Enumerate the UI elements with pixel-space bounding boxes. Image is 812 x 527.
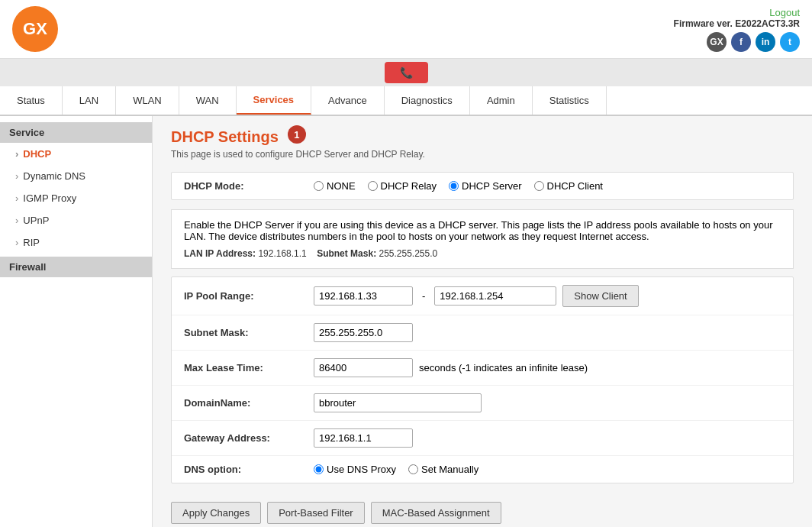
subnet-mask-input[interactable] (314, 323, 413, 342)
sidebar: Service DHCP Dynamic DNS IGMP Proxy UPnP… (0, 116, 153, 527)
ip-pool-end-input[interactable] (434, 286, 556, 306)
dhcp-mode-card: DHCP Mode: NONE DHCP Relay DHCP Server (171, 172, 794, 200)
dns-option-value: Use DNS Proxy Set Manually (314, 464, 478, 475)
port-based-filter-button[interactable]: Port-Based Filter (267, 502, 365, 524)
call-bar: 📞 (0, 59, 812, 86)
tab-wlan[interactable]: WLAN (116, 86, 179, 115)
logout-link[interactable]: Logout (769, 7, 800, 18)
sidebar-service-group: Service (0, 122, 152, 143)
page-title: DHCP Settings (171, 128, 279, 146)
linkedin-icon[interactable]: in (756, 32, 775, 52)
dhcp-fields-card: IP Pool Range: - Show Client Subnet Mask… (171, 276, 794, 483)
ip-pool-start-input[interactable] (314, 286, 413, 306)
range-dash: - (419, 290, 428, 302)
content-area: DHCP Settings 1 This page is used to con… (153, 116, 812, 527)
dhcp-mode-options: NONE DHCP Relay DHCP Server DHCP Client (314, 180, 603, 192)
max-lease-time-input[interactable] (314, 358, 413, 377)
max-lease-time-label: Max Lease Time: (184, 362, 314, 373)
radio-none-input[interactable] (314, 181, 324, 191)
subnet-mask-value (314, 323, 413, 342)
sidebar-item-upnp[interactable]: UPnP (0, 209, 152, 231)
mac-based-assignment-button[interactable]: MAC-Based Assignment (371, 502, 501, 524)
firmware-version: Firmware ver. E2022ACT3.3R (674, 18, 800, 29)
radio-use-dns-proxy[interactable]: Use DNS Proxy (314, 464, 396, 475)
nav-tabs: Status LAN WLAN WAN Services Advance Dia… (0, 86, 812, 116)
gateway-address-input[interactable] (314, 428, 413, 448)
apply-changes-button[interactable]: Apply Changes (171, 502, 261, 524)
dns-option-label: DNS option: (184, 464, 314, 475)
radio-server-input[interactable] (449, 181, 459, 191)
social-icons: GX f in t (674, 32, 800, 52)
radio-client-input[interactable] (534, 181, 544, 191)
gateway-address-value (314, 428, 413, 448)
dns-option-row: DNS option: Use DNS Proxy Set Manually (172, 456, 793, 483)
call-button[interactable]: 📞 (385, 62, 428, 83)
info-text: Enable the DHCP Server if you are using … (184, 219, 781, 242)
radio-dns-manual-input[interactable] (408, 464, 418, 474)
twitter-icon[interactable]: t (780, 32, 800, 52)
radio-client[interactable]: DHCP Client (534, 180, 603, 192)
lan-ip-value: 192.168.1.1 (258, 248, 306, 259)
radio-set-manually[interactable]: Set Manually (408, 464, 478, 475)
tab-lan[interactable]: LAN (63, 86, 116, 115)
lan-info: LAN IP Address: 192.168.1.1 Subnet Mask:… (184, 248, 781, 259)
action-area: Apply Changes Port-Based Filter MAC-Base… (171, 493, 794, 527)
subnet-mask-value-info: 255.255.255.0 (379, 248, 437, 259)
show-client-button[interactable]: Show Client (562, 285, 638, 307)
logo: GX (12, 6, 58, 52)
radio-server[interactable]: DHCP Server (449, 180, 522, 192)
ip-pool-range-value: - Show Client (314, 285, 639, 307)
ip-pool-range-row: IP Pool Range: - Show Client (172, 277, 793, 315)
tab-diagnostics[interactable]: Diagnostics (385, 86, 470, 115)
subnet-mask-label-info: Subnet Mask: (317, 248, 376, 259)
page-description: This page is used to configure DHCP Serv… (171, 149, 794, 160)
subnet-mask-row: Subnet Mask: (172, 315, 793, 351)
max-lease-time-value: seconds (-1 indicates an infinite lease) (314, 358, 588, 377)
radio-dns-proxy-input[interactable] (314, 464, 324, 474)
tab-status[interactable]: Status (0, 86, 63, 115)
tab-wan[interactable]: WAN (179, 86, 237, 115)
action-buttons: Apply Changes Port-Based Filter MAC-Base… (171, 493, 794, 527)
tab-admin[interactable]: Admin (470, 86, 533, 115)
sidebar-item-rip[interactable]: RIP (0, 231, 152, 254)
max-lease-time-suffix: seconds (-1 indicates an infinite lease) (419, 362, 588, 373)
top-right: Logout Firmware ver. E2022ACT3.3R GX f i… (674, 7, 800, 52)
sidebar-firewall-group: Firewall (0, 257, 152, 277)
domain-name-input[interactable] (314, 393, 482, 412)
gateway-address-label: Gateway Address: (184, 432, 314, 444)
ip-pool-range-label: IP Pool Range: (184, 290, 314, 302)
domain-name-row: DomainName: (172, 386, 793, 421)
sidebar-item-igmp-proxy[interactable]: IGMP Proxy (0, 187, 152, 209)
tab-advance[interactable]: Advance (311, 86, 385, 115)
lan-ip-label: LAN IP Address: (184, 248, 256, 259)
dhcp-mode-row: DHCP Mode: NONE DHCP Relay DHCP Server (172, 173, 793, 199)
domain-name-value (314, 393, 482, 412)
radio-none[interactable]: NONE (314, 180, 356, 192)
dhcp-mode-label: DHCP Mode: (184, 180, 314, 192)
sidebar-item-dynamic-dns[interactable]: Dynamic DNS (0, 165, 152, 187)
gx-icon[interactable]: GX (707, 32, 727, 52)
tab-services[interactable]: Services (237, 86, 312, 115)
info-box: Enable the DHCP Server if you are using … (171, 209, 794, 269)
radio-relay[interactable]: DHCP Relay (368, 180, 437, 192)
gateway-address-row: Gateway Address: (172, 421, 793, 456)
logo-text: GX (23, 19, 47, 39)
tab-statistics[interactable]: Statistics (533, 86, 607, 115)
domain-name-label: DomainName: (184, 397, 314, 409)
facebook-icon[interactable]: f (731, 32, 751, 52)
sidebar-item-dhcp[interactable]: DHCP (0, 143, 152, 165)
subnet-mask-label: Subnet Mask: (184, 327, 314, 338)
max-lease-time-row: Max Lease Time: seconds (-1 indicates an… (172, 351, 793, 386)
top-bar: GX Logout Firmware ver. E2022ACT3.3R GX … (0, 0, 812, 59)
step-badge-1: 1 (288, 125, 306, 144)
radio-relay-input[interactable] (368, 181, 378, 191)
main-container: Service DHCP Dynamic DNS IGMP Proxy UPnP… (0, 116, 812, 527)
